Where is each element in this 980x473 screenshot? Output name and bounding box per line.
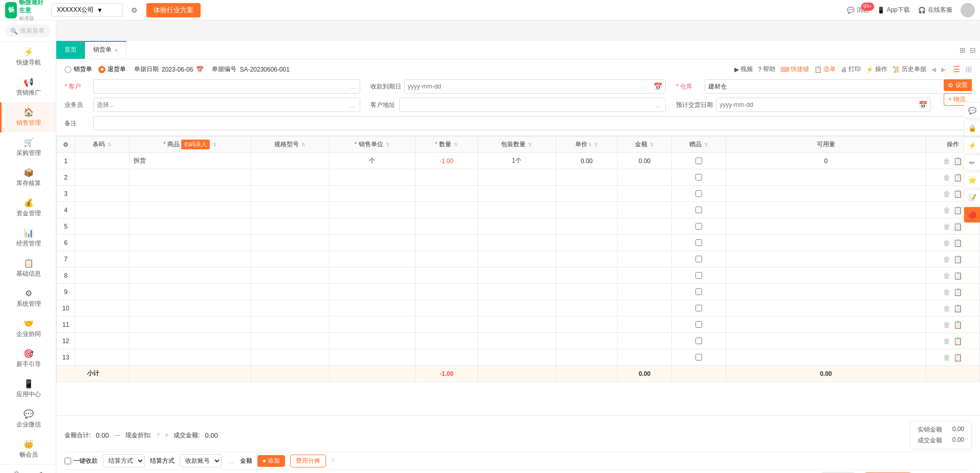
gift-checkbox[interactable] bbox=[695, 272, 702, 279]
delete-icon[interactable]: 🗑 bbox=[943, 206, 950, 214]
salesperson-dots[interactable]: ... bbox=[349, 101, 357, 109]
delete-icon[interactable]: 🗑 bbox=[943, 222, 950, 231]
gift-checkbox[interactable] bbox=[695, 305, 702, 311]
row-gift[interactable] bbox=[672, 153, 726, 169]
row-amount[interactable]: 0.00 bbox=[618, 153, 672, 169]
operate-action[interactable]: ⚡ 操作 bbox=[866, 65, 887, 74]
delete-icon[interactable]: 🗑 bbox=[943, 157, 950, 165]
payment-due-calendar-icon[interactable]: 📅 bbox=[654, 82, 662, 91]
copy-icon[interactable]: 📋 bbox=[953, 337, 962, 345]
gift-checkbox[interactable] bbox=[695, 207, 702, 213]
copy-icon[interactable]: 📋 bbox=[953, 288, 962, 296]
sidebar-item-guide[interactable]: 🎯 新手引导 bbox=[0, 344, 56, 374]
delete-icon[interactable]: 🗑 bbox=[943, 173, 950, 182]
sidebar-item-finance[interactable]: 💰 资金管理 bbox=[0, 193, 56, 223]
delete-icon[interactable]: 🗑 bbox=[943, 288, 950, 296]
one-click-payment-checkbox[interactable]: 一键收款 bbox=[64, 457, 98, 465]
copy-icon[interactable]: 📋 bbox=[953, 304, 962, 312]
app-download-item[interactable]: 📱 App下载 bbox=[877, 6, 910, 14]
delete-icon[interactable]: 🗑 bbox=[943, 272, 950, 280]
gift-checkbox[interactable] bbox=[695, 354, 702, 361]
gift-checkbox[interactable] bbox=[695, 174, 702, 181]
gift-checkbox[interactable] bbox=[695, 190, 702, 197]
copy-icon[interactable]: 📋 bbox=[953, 353, 962, 362]
help-action[interactable]: ? 帮助 bbox=[758, 65, 775, 74]
delete-icon[interactable]: 🗑 bbox=[943, 337, 950, 345]
sidebar-item-inventory[interactable]: 📦 库存核算 bbox=[0, 163, 56, 193]
tab-expand-icon[interactable]: ⊞ bbox=[960, 46, 966, 54]
payment-checkbox[interactable] bbox=[64, 458, 71, 464]
sidebar-item-ops[interactable]: 📊 经营管理 bbox=[0, 223, 56, 253]
salesperson-wrap[interactable]: ... bbox=[93, 98, 360, 112]
sidebar-item-corp-wechat[interactable]: 💬 企业微信 bbox=[0, 404, 56, 434]
sidebar-item-enterprise[interactable]: 🤝 企业协同 bbox=[0, 313, 56, 344]
video-action[interactable]: ▶ 视频 bbox=[734, 65, 753, 74]
settings-gear-icon[interactable]: ⚙ bbox=[127, 3, 141, 17]
th-settings[interactable]: ⚙ bbox=[57, 137, 75, 153]
right-panel-note[interactable]: 📝 bbox=[964, 189, 980, 206]
gift-checkbox[interactable] bbox=[695, 223, 702, 230]
copy-icon[interactable]: 📋 bbox=[953, 222, 962, 231]
warehouse-input[interactable] bbox=[708, 83, 960, 90]
print-action[interactable]: 🖨 打印 bbox=[841, 65, 861, 74]
sidebar-settings-icon[interactable]: ⚙ bbox=[14, 470, 19, 473]
remark-input[interactable] bbox=[97, 120, 968, 127]
delete-icon[interactable]: 🗑 bbox=[943, 304, 950, 312]
payment-method-select[interactable]: 结算方式 bbox=[103, 454, 145, 467]
sidebar-item-quick-nav[interactable]: ⚡ 快捷导航 bbox=[0, 42, 56, 72]
grid-view-icon[interactable]: ⊞ bbox=[965, 64, 972, 74]
sidebar-item-base[interactable]: 📋 基础信息 bbox=[0, 253, 56, 283]
next-icon[interactable]: ▶ bbox=[941, 66, 946, 73]
payment-due-input[interactable] bbox=[408, 83, 654, 90]
tab-layout-icon[interactable]: ⊟ bbox=[970, 46, 976, 54]
list-view-icon[interactable]: ☰ bbox=[953, 64, 960, 74]
gift-checkbox[interactable] bbox=[695, 321, 702, 328]
scan-button[interactable]: 扫码录入 bbox=[181, 140, 210, 149]
customer-input[interactable] bbox=[97, 83, 349, 90]
delete-icon[interactable]: 🗑 bbox=[943, 321, 950, 329]
tab-home[interactable]: 首页 bbox=[56, 41, 85, 59]
gift-checkbox[interactable] bbox=[695, 157, 702, 164]
customer-dots[interactable]: ... bbox=[349, 82, 357, 91]
row-quantity[interactable]: -1.00 bbox=[416, 153, 478, 169]
sidebar-item-member[interactable]: 👑 畅会员 bbox=[0, 434, 56, 464]
copy-icon[interactable]: 📋 bbox=[953, 190, 962, 198]
row-barcode[interactable] bbox=[75, 153, 129, 169]
online-support-item[interactable]: 🎧 在线客服 bbox=[918, 6, 952, 14]
customer-address-wrap[interactable]: ... bbox=[399, 98, 666, 112]
sidebar-item-app-center[interactable]: 📱 应用中心 bbox=[0, 374, 56, 404]
gift-checkbox[interactable] bbox=[695, 337, 702, 344]
sidebar-search[interactable]: 🔍 搜索菜单 bbox=[0, 20, 56, 42]
address-dots[interactable]: ... bbox=[655, 101, 663, 109]
warehouse-wrap[interactable]: ... bbox=[705, 79, 972, 94]
delete-icon[interactable]: 🗑 bbox=[943, 255, 950, 263]
history-action[interactable]: 📜 历史单据 bbox=[892, 65, 926, 74]
add-payment-button[interactable]: ● 添加 bbox=[257, 455, 285, 467]
right-panel-edit[interactable]: ✏ bbox=[964, 154, 980, 171]
row-unit[interactable]: 个 bbox=[329, 153, 416, 169]
row-spec[interactable] bbox=[251, 153, 329, 169]
tab-close-icon[interactable]: × bbox=[115, 47, 118, 53]
account-select[interactable]: 收款账号 bbox=[180, 454, 222, 467]
radio-sales-order[interactable]: 销货单 bbox=[64, 65, 92, 74]
right-panel-chat[interactable]: 💬 bbox=[964, 102, 980, 119]
copy-icon[interactable]: 📋 bbox=[953, 173, 962, 182]
prev-icon[interactable]: ◀ bbox=[931, 66, 936, 73]
right-panel-star[interactable]: ⭐ bbox=[964, 172, 980, 188]
shortcut-action[interactable]: ⌨ 快捷键 bbox=[780, 65, 809, 74]
message-icon-item[interactable]: 💬 消息 99+ bbox=[847, 6, 869, 14]
sidebar-collapse-icon[interactable]: ◀ bbox=[37, 470, 42, 473]
company-selector[interactable]: XXXXXX公司 ▼ bbox=[51, 3, 123, 17]
fenyong-button[interactable]: 费用分摊 bbox=[290, 455, 326, 467]
sidebar-item-marketing[interactable]: 📢 营销推广 bbox=[0, 72, 56, 102]
sidebar-item-sales[interactable]: 🏠 销售管理 bbox=[0, 102, 56, 132]
calendar-icon[interactable]: 📅 bbox=[196, 66, 204, 73]
row-pack-qty[interactable]: 1个 bbox=[477, 153, 556, 169]
right-panel-orange[interactable]: 🔴 bbox=[964, 207, 980, 223]
customer-address-input[interactable] bbox=[403, 101, 655, 108]
avatar[interactable] bbox=[961, 3, 975, 17]
tab-sales-order[interactable]: 销货单 × bbox=[85, 41, 126, 59]
delete-icon[interactable]: 🗑 bbox=[943, 190, 950, 198]
gift-checkbox[interactable] bbox=[695, 288, 702, 295]
row-product[interactable]: 拆货 bbox=[129, 153, 251, 169]
